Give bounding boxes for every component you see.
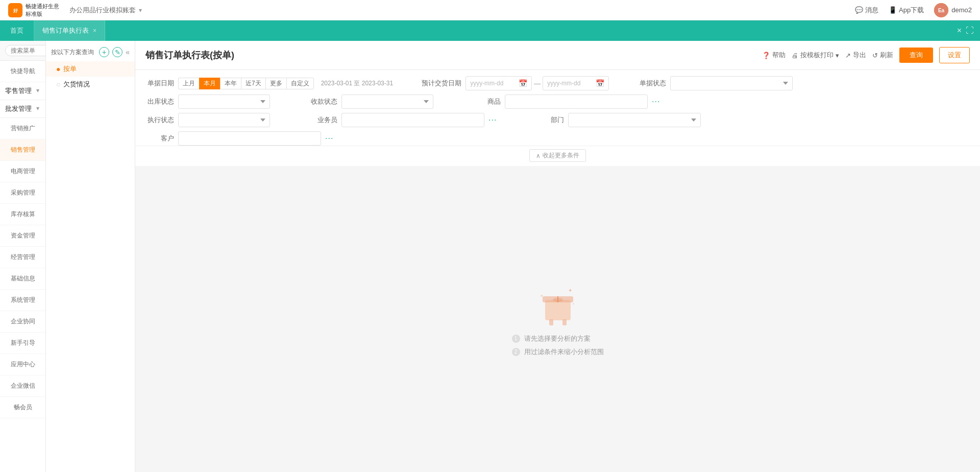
collapse-row: ∧ 收起更多条件: [135, 146, 980, 166]
sidebar-item-member[interactable]: 畅会员: [0, 397, 45, 418]
empty-tips: 1 请先选择要分析的方案 2 用过滤条件来缩小分析范围: [512, 334, 604, 357]
search-button[interactable]: 查询: [899, 48, 933, 63]
search-menu-input[interactable]: [5, 45, 46, 56]
left-panel-header: 按以下方案查询 + ✎ «: [46, 45, 135, 61]
filter-row-1: 单据日期 上月 本月 本年 近7天 更多 自定义 2023-03-01 至 20…: [135, 70, 980, 90]
dept-label: 部门: [535, 115, 564, 125]
sidebar-item-corpwechat[interactable]: 企业微信: [0, 375, 45, 397]
app-download-button[interactable]: 📱 App下载: [889, 6, 924, 15]
sidebar-item-inventory[interactable]: 库存核算: [0, 204, 45, 225]
left-panel-item-debt[interactable]: ○ 欠货情况: [46, 77, 135, 92]
export-button[interactable]: ↗ 导出: [845, 51, 866, 60]
left-panel-title: 按以下方案查询: [51, 48, 94, 57]
sidebar-item-operations[interactable]: 经营管理: [0, 247, 45, 268]
sidebar-item-basic[interactable]: 基础信息: [0, 268, 45, 290]
logo-icon: 好: [8, 3, 22, 17]
date-tab-last-month[interactable]: 上月: [178, 78, 199, 89]
top-bar: 好 畅捷通好生意 标准版 办公用品行业模拟账套 ▾ 💬 消息 📱 App下载: [0, 0, 980, 20]
sidebar-item-marketing[interactable]: 营销推广: [0, 118, 45, 139]
press-item-icon: ●: [56, 65, 60, 73]
svg-rect-11: [549, 319, 553, 325]
collapse-panel-button[interactable]: «: [126, 48, 130, 56]
tab-label: 销售订单执行表: [42, 26, 89, 35]
empty-state: ✦ ✦ ✦ 1 请先选择要分析的方案: [512, 282, 604, 357]
user-area[interactable]: Ea demo2: [934, 3, 972, 17]
sidebar-item-newuser[interactable]: 新手引导: [0, 333, 45, 354]
date-tab-7days[interactable]: 近7天: [241, 78, 265, 89]
refresh-button[interactable]: ↺ 刷新: [872, 51, 893, 60]
page-header: 销售订单执行表(按单) ❓ 帮助 🖨 按模板打印 ▾: [135, 41, 980, 70]
filter-expected-date-item: 预计交货日期 yyyy-mm-dd 📅 — yyyy-mm-dd: [422, 76, 609, 90]
svg-text:✦: ✦: [540, 294, 544, 298]
tab-home[interactable]: 首页: [0, 20, 34, 41]
refresh-icon: ↺: [872, 52, 878, 59]
sidebar-item-wholesale[interactable]: 批发管理 ▲: [0, 100, 45, 117]
top-bar-left: 好 畅捷通好生意 标准版 办公用品行业模拟账套 ▾: [8, 3, 142, 17]
collapse-more-button[interactable]: ∧ 收起更多条件: [529, 149, 586, 162]
add-scheme-button[interactable]: +: [99, 47, 109, 57]
print-arrow-icon: ▾: [836, 52, 839, 59]
tab-sales-exec[interactable]: 销售订单执行表 ×: [34, 20, 105, 41]
goods-input[interactable]: [505, 95, 648, 109]
sidebar-item-finance[interactable]: 资金管理: [0, 225, 45, 247]
dept-select[interactable]: [568, 113, 701, 127]
left-panel: 按以下方案查询 + ✎ « ● 按单 ○ 欠货情况: [46, 41, 135, 472]
filter-row-2: 出库状态 收款状态: [135, 90, 980, 109]
message-button[interactable]: 💬 消息: [855, 6, 878, 15]
filter-exec-status-item: 执行状态: [145, 113, 270, 127]
empty-tip-1: 1 请先选择要分析的方案: [512, 334, 604, 343]
sidebar-item-cooperation[interactable]: 企业协同: [0, 311, 45, 333]
debt-item-icon: ○: [56, 80, 60, 88]
filter-section: 单据日期 上月 本月 本年 近7天 更多 自定义 2023-03-01 至 20…: [135, 70, 980, 166]
sidebar-group-retail: 零售管理 ▲: [0, 82, 45, 100]
expected-date-start-input[interactable]: yyyy-mm-dd 📅: [465, 76, 532, 90]
customer-dots[interactable]: ···: [325, 134, 333, 143]
customer-input[interactable]: [178, 131, 321, 146]
salesperson-label: 业务员: [309, 115, 337, 125]
expected-date-end-input[interactable]: yyyy-mm-dd 📅: [543, 76, 609, 90]
svg-text:✦: ✦: [568, 288, 572, 293]
date-tab-this-year[interactable]: 本年: [220, 78, 241, 89]
goods-dots[interactable]: ···: [652, 97, 660, 106]
page-title: 销售订单执行表(按单): [145, 49, 234, 61]
collect-status-select[interactable]: [341, 95, 433, 109]
date-tabs: 上月 本月 本年 近7天 更多 自定义: [178, 78, 314, 89]
export-icon: ↗: [845, 52, 851, 59]
sidebar-item-system[interactable]: 系统管理: [0, 290, 45, 311]
breadcrumb-arrow-icon[interactable]: ▾: [139, 7, 142, 14]
goods-label: 商品: [472, 97, 501, 106]
doc-status-select[interactable]: [670, 76, 793, 90]
filter-date-item: 单据日期 上月 本月 本年 近7天 更多 自定义 2023-03-01 至 20…: [145, 78, 393, 89]
sidebar-item-retail[interactable]: 零售管理 ▲: [0, 82, 45, 100]
help-button[interactable]: ❓ 帮助: [762, 51, 786, 60]
date-tab-this-month[interactable]: 本月: [199, 78, 220, 89]
date-tab-more[interactable]: 更多: [265, 78, 286, 89]
date-tab-custom[interactable]: 自定义: [286, 78, 314, 89]
sidebar-item-quick-nav[interactable]: 快捷导航: [0, 61, 45, 82]
svg-text:Ea: Ea: [938, 8, 945, 13]
print-button[interactable]: 🖨 按模板打印 ▾: [792, 51, 839, 60]
exec-status-select[interactable]: [178, 113, 270, 127]
sidebar-item-ecommerce[interactable]: 电商管理: [0, 161, 45, 182]
salesperson-input[interactable]: [341, 113, 484, 127]
filter-row-customer: 客户 ···: [145, 131, 970, 146]
sidebar-item-sales[interactable]: 销售管理: [0, 139, 45, 161]
settings-button[interactable]: 设置: [939, 47, 970, 63]
collapse-arrow-icon: ∧: [536, 152, 541, 159]
edit-scheme-button[interactable]: ✎: [112, 47, 122, 57]
breadcrumb-text: 办公用品行业模拟账套: [69, 6, 136, 15]
sidebar-item-purchase[interactable]: 采购管理: [0, 182, 45, 204]
out-status-select[interactable]: [178, 95, 270, 109]
filter-customer-item: 客户 ···: [145, 131, 333, 146]
username-label: demo2: [951, 6, 972, 14]
left-panel-item-press[interactable]: ● 按单: [46, 61, 135, 77]
svg-text:好: 好: [13, 8, 18, 13]
avatar: Ea: [934, 3, 948, 17]
tab-close-icon[interactable]: ×: [93, 27, 96, 34]
fullscreen-icon[interactable]: ⛶: [966, 26, 974, 35]
salesperson-dots[interactable]: ···: [488, 115, 497, 125]
close-window-icon[interactable]: ×: [957, 26, 962, 35]
exec-status-label: 执行状态: [145, 115, 174, 125]
logo-area: 好 畅捷通好生意 标准版: [8, 3, 59, 17]
sidebar-item-appcenter[interactable]: 应用中心: [0, 354, 45, 375]
